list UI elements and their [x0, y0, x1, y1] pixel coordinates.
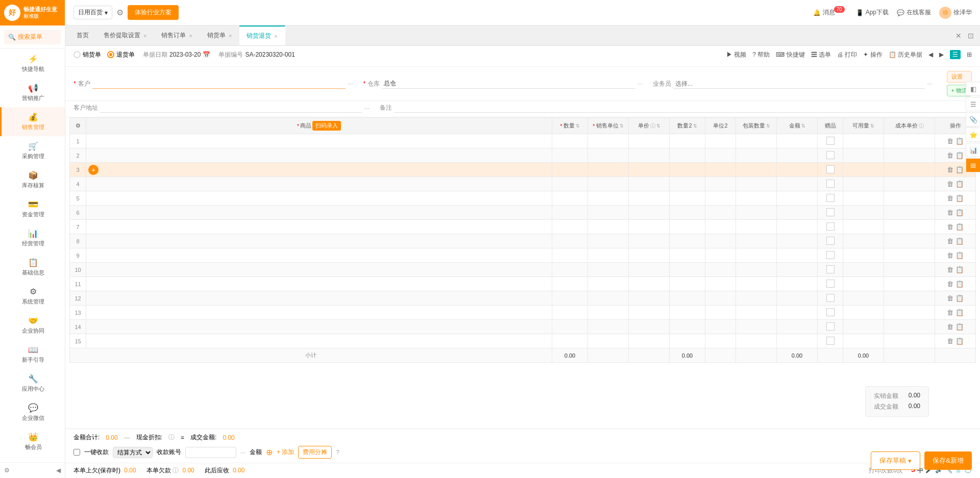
available-cell-7[interactable] [843, 220, 884, 234]
unit-cell-15[interactable] [588, 334, 629, 348]
salesperson-input[interactable] [673, 79, 925, 89]
topbar-gear-icon[interactable]: ⚙ [116, 8, 124, 17]
amount-cell-4[interactable] [777, 177, 818, 191]
qty-cell-15[interactable] [552, 334, 588, 348]
calendar-icon[interactable]: 📅 [203, 51, 210, 58]
operation-btn[interactable]: ✦ 操作 [863, 51, 882, 59]
amount-cell-8[interactable] [777, 234, 818, 248]
available-cell-14[interactable] [843, 320, 884, 334]
unit-cell-9[interactable] [588, 248, 629, 263]
unit2-cell-12[interactable] [705, 291, 736, 306]
gift-checkbox-9[interactable] [826, 251, 835, 259]
unit2-cell-6[interactable] [705, 206, 736, 220]
sidebar-item-apps[interactable]: 🔧 应用中心 [0, 369, 65, 398]
qty-cell-3[interactable] [552, 163, 588, 177]
cost-price-cell-2[interactable] [884, 148, 935, 163]
qty-cell-13[interactable] [552, 306, 588, 320]
cost-price-cell-4[interactable] [884, 177, 935, 191]
unit-cell-10[interactable] [588, 263, 629, 277]
address-more-icon[interactable]: ··· [364, 105, 370, 112]
unit-cell-8[interactable] [588, 234, 629, 248]
cost-price-cell-13[interactable] [884, 306, 935, 320]
copy-icon-12[interactable]: 📋 [955, 294, 964, 302]
th-gear[interactable]: ⚙ [70, 118, 86, 134]
amount-cell-9[interactable] [777, 248, 818, 263]
product-cell-4[interactable] [86, 177, 552, 191]
available-cell-15[interactable] [843, 334, 884, 348]
pack-cell-11[interactable] [736, 277, 777, 291]
view-grid-icon[interactable]: ⊞ [967, 51, 972, 58]
select-btn[interactable]: ☰ 选单 [811, 51, 831, 59]
available-cell-4[interactable] [843, 177, 884, 191]
delete-icon-1[interactable]: 🗑 [947, 137, 953, 145]
pack-cell-3[interactable] [736, 163, 777, 177]
qty-cell-7[interactable] [552, 220, 588, 234]
pack-cell-12[interactable] [736, 291, 777, 306]
account-dots[interactable]: ··· [240, 449, 246, 456]
product-cell-10[interactable] [86, 263, 552, 277]
product-cell-6[interactable] [86, 206, 552, 220]
sidebar-item-basics[interactable]: 📋 基础信息 [0, 253, 65, 282]
chevron-down-icon[interactable]: ▾ [908, 457, 912, 465]
qty2-cell-3[interactable] [670, 163, 705, 177]
qty2-cell-10[interactable] [670, 263, 705, 277]
gift-checkbox-15[interactable] [826, 337, 835, 345]
cost-price-cell-8[interactable] [884, 234, 935, 248]
gift-cell-7[interactable] [818, 220, 843, 234]
radio-return[interactable]: 退货单 [107, 51, 135, 59]
customer-input[interactable] [92, 79, 346, 89]
save-draft-button[interactable]: 保存草稿 ▾ [871, 451, 920, 470]
edge-btn-active[interactable]: ⊞ [966, 158, 980, 172]
amount-cell-2[interactable] [777, 148, 818, 163]
gift-checkbox-2[interactable] [826, 151, 835, 159]
view-list-icon[interactable]: ☰ [950, 50, 961, 59]
cost-price-cell-3[interactable] [884, 163, 935, 177]
price-cell-6[interactable] [629, 206, 670, 220]
pack-cell-2[interactable] [736, 148, 777, 163]
qty2-cell-8[interactable] [670, 234, 705, 248]
qty2-cell-4[interactable] [670, 177, 705, 191]
copy-icon-5[interactable]: 📋 [955, 194, 964, 202]
qty-cell-14[interactable] [552, 320, 588, 334]
gift-cell-14[interactable] [818, 320, 843, 334]
qty2-cell-5[interactable] [670, 191, 705, 206]
product-cell-11[interactable] [86, 277, 552, 291]
cost-price-cell-12[interactable] [884, 291, 935, 306]
unit2-cell-3[interactable] [705, 163, 736, 177]
unit2-cell-10[interactable] [705, 263, 736, 277]
amount-cell-14[interactable] [777, 320, 818, 334]
product-cell-1[interactable] [86, 134, 552, 148]
history-btn[interactable]: 📋 历史单据 [889, 51, 922, 59]
product-cell-2[interactable] [86, 148, 552, 163]
qty2-cell-1[interactable] [670, 134, 705, 148]
price-cell-13[interactable] [629, 306, 670, 320]
price-cell-3[interactable] [629, 163, 670, 177]
product-input-3[interactable] [101, 167, 550, 173]
sidebar-item-member[interactable]: 👑 畅会员 [0, 427, 65, 456]
qty-cell-8[interactable] [552, 234, 588, 248]
delete-icon-13[interactable]: 🗑 [947, 309, 953, 316]
sidebar-item-weixin[interactable]: 💬 企业微信 [0, 398, 65, 427]
delete-icon-5[interactable]: 🗑 [947, 194, 953, 202]
qty-cell-10[interactable] [552, 263, 588, 277]
copy-icon-10[interactable]: 📋 [955, 266, 964, 273]
collapse-icon[interactable]: ◀ [56, 467, 61, 474]
copy-icon-2[interactable]: 📋 [955, 152, 964, 159]
tab-close-icon[interactable]: × [229, 33, 232, 39]
stat-info-icon[interactable]: ⓘ [173, 467, 179, 474]
available-cell-9[interactable] [843, 248, 884, 263]
unit2-cell-11[interactable] [705, 277, 736, 291]
warehouse-input[interactable] [382, 79, 635, 89]
gift-checkbox-10[interactable] [826, 265, 835, 273]
unit2-cell-15[interactable] [705, 334, 736, 348]
available-cell-1[interactable] [843, 134, 884, 148]
price-cell-7[interactable] [629, 220, 670, 234]
discount-info-icon[interactable]: ⓘ [168, 433, 175, 442]
gift-checkbox-7[interactable] [826, 222, 835, 231]
search-menu-button[interactable]: 🔍 搜索菜单 [4, 30, 61, 44]
notification-item[interactable]: 🔔 消息 70 [813, 8, 848, 17]
unit2-cell-7[interactable] [705, 220, 736, 234]
unit-cell-6[interactable] [588, 206, 629, 220]
sidebar-item-purchase[interactable]: 🛒 采购管理 [0, 136, 65, 165]
qty-cell-12[interactable] [552, 291, 588, 306]
